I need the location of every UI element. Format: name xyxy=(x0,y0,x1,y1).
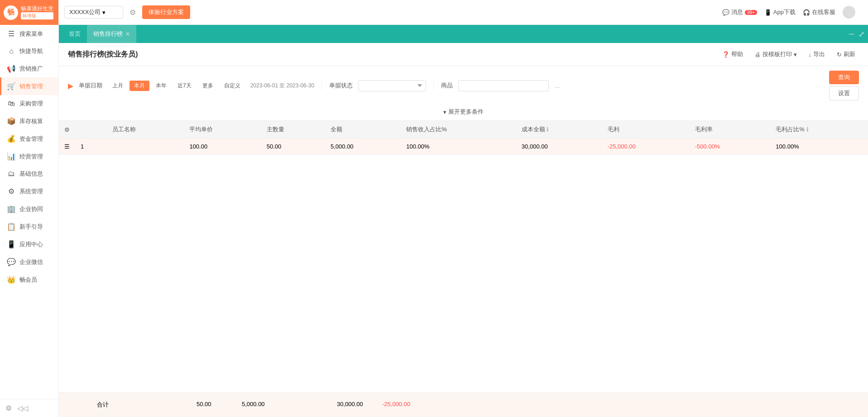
sidebar-logo: 畅 畅康通好生意 标准版 xyxy=(0,0,58,25)
row-gross: -25,000.00 xyxy=(602,139,690,155)
logo-icon: 畅 xyxy=(4,5,18,20)
grosspct-info-icon[interactable]: ℹ xyxy=(806,126,809,133)
sidebar-icon-guide: 📋 xyxy=(7,222,16,231)
date-this-month-btn[interactable]: 本月 xyxy=(129,81,149,91)
cost-info-icon[interactable]: ℹ xyxy=(547,126,549,133)
row-settings-cell[interactable]: ☰ xyxy=(59,139,75,155)
collapse-icon[interactable]: ◁◁ xyxy=(17,404,28,412)
footer-gross: -25,000.00 xyxy=(377,397,422,412)
row-cost: 30,000.00 xyxy=(516,139,602,155)
tab-sales-rank-label: 销售排行榜 xyxy=(93,30,123,38)
chevron-down-icon: ▾ xyxy=(102,9,106,16)
sidebar: 畅 畅康通好生意 标准版 ☰ 搜索菜单 ⌂ 快捷导航 📢 营销推广 🛒 销售管理… xyxy=(0,0,59,417)
date-custom-btn[interactable]: 自定义 xyxy=(220,81,245,91)
sidebar-icon-purchase: 🛍 xyxy=(7,100,16,108)
settings-button[interactable]: 设置 xyxy=(829,86,859,101)
app-download-button[interactable]: 📱 App下载 xyxy=(764,8,796,16)
sidebar-label-marketing: 营销推广 xyxy=(19,65,43,73)
date-label: 单据日期 xyxy=(79,81,102,90)
message-button[interactable]: 💬 消息 99+ xyxy=(722,8,757,16)
col-grosspct-header: 毛利占比% ℹ xyxy=(770,121,868,139)
query-button[interactable]: 查询 xyxy=(829,71,859,84)
online-service-button[interactable]: 🎧 在线客服 xyxy=(803,8,835,16)
date-last-month-btn[interactable]: 上月 xyxy=(108,81,128,91)
filter-bar: ▶ 单据日期 上月 本月 本年 近7天 更多 自定义 2023-06-01 至 … xyxy=(59,66,868,121)
sidebar-item-system[interactable]: ⚙ 系统管理 xyxy=(0,182,58,200)
sidebar-item-marketing[interactable]: 📢 营销推广 xyxy=(0,60,58,77)
tab-home[interactable]: 首页 xyxy=(62,25,87,43)
footer-grossrate xyxy=(422,397,467,412)
sidebar-item-member[interactable]: 👑 畅会员 xyxy=(0,271,58,288)
status-select[interactable] xyxy=(358,80,426,91)
filter-arrow-icon[interactable]: ▶ xyxy=(68,81,73,90)
help-button[interactable]: ❓ 帮助 xyxy=(719,48,747,60)
date-more-btn[interactable]: 更多 xyxy=(198,81,218,91)
sidebar-item-inventory[interactable]: 📦 库存核算 xyxy=(0,112,58,130)
col-avgprice-header: 平均单价 xyxy=(184,121,261,139)
tab-close-icon[interactable]: ✕ xyxy=(125,31,130,37)
trial-button[interactable]: 体验行业方案 xyxy=(142,5,190,19)
row-qty: 50.00 xyxy=(261,139,325,155)
sidebar-icon-member: 👑 xyxy=(7,275,16,284)
sidebar-label-finance: 资金管理 xyxy=(19,135,43,143)
table-header-row: ⚙ 员工名称 平均单价 主数量 全额 销售收入占比% 成本全额 ℹ 毛利 毛利率… xyxy=(59,121,868,139)
sidebar-item-apps[interactable]: 📱 应用中心 xyxy=(0,235,58,253)
print-chevron-icon: ▾ xyxy=(794,51,797,58)
date-7days-btn[interactable]: 近7天 xyxy=(173,81,196,91)
sidebar-label-basic: 基础信息 xyxy=(19,170,43,178)
row-grossrate: -500.00% xyxy=(690,139,771,155)
sidebar-item-purchase[interactable]: 🛍 采购管理 xyxy=(0,95,58,112)
sidebar-icon-marketing: 📢 xyxy=(7,64,16,73)
sidebar-label-purchase: 采购管理 xyxy=(19,100,43,108)
row-grosspct: 100.00% xyxy=(770,139,868,155)
export-button[interactable]: ↓ 导出 xyxy=(805,48,829,60)
goods-more-icon[interactable]: … xyxy=(554,82,560,89)
divider-2 xyxy=(433,81,434,90)
sidebar-icon-wechat: 💬 xyxy=(7,258,16,266)
sidebar-icon-enterprise: 🏢 xyxy=(7,205,16,213)
logo-text: 畅康通好生意 标准版 xyxy=(21,5,53,20)
table-footer: 合计 50.00 5,000.00 30,000.00 -25,000.00 xyxy=(59,392,868,417)
col-settings-header[interactable]: ⚙ xyxy=(59,121,75,139)
gear-icon[interactable]: ⚙ xyxy=(128,6,138,19)
footer-settings-cell xyxy=(64,397,78,412)
settings-bottom-icon[interactable]: ⚙ xyxy=(5,404,12,412)
filter-btn-group: 查询 设置 xyxy=(829,71,859,101)
sidebar-label-sales: 销售管理 xyxy=(19,82,43,91)
sidebar-item-quick-nav[interactable]: ⌂ 快捷导航 xyxy=(0,43,58,60)
col-gross-header: 毛利 xyxy=(602,121,690,139)
sidebar-item-basic[interactable]: 🗂 基础信息 xyxy=(0,165,58,182)
goods-label: 商品 xyxy=(441,81,453,90)
refresh-button[interactable]: ↻ 刷新 xyxy=(833,48,859,60)
filter-row-1: ▶ 单据日期 上月 本月 本年 近7天 更多 自定义 2023-06-01 至 … xyxy=(68,71,859,101)
date-this-year-btn[interactable]: 本年 xyxy=(151,81,171,91)
sidebar-item-sales[interactable]: 🛒 销售管理 xyxy=(0,77,58,95)
tab-actions: ─ ⤢ xyxy=(849,30,864,38)
data-table: ⚙ 员工名称 平均单价 主数量 全额 销售收入占比% 成本全额 ℹ 毛利 毛利率… xyxy=(59,121,868,155)
sidebar-label-enterprise: 企业协同 xyxy=(19,205,43,213)
sidebar-item-finance[interactable]: 💰 资金管理 xyxy=(0,130,58,148)
sidebar-item-wechat[interactable]: 💬 企业微信 xyxy=(0,253,58,271)
refresh-icon: ↻ xyxy=(837,51,842,58)
expand-more-btn[interactable]: ▾ 展开更多条件 xyxy=(443,108,484,116)
avatar[interactable] xyxy=(843,6,855,19)
help-icon: ❓ xyxy=(722,51,729,58)
tab-sales-rank[interactable]: 销售排行榜 ✕ xyxy=(87,25,136,43)
footer-cost: 30,000.00 xyxy=(331,397,377,412)
sidebar-label-member: 畅会员 xyxy=(19,276,37,284)
print-button[interactable]: 🖨 按模板打印 ▾ xyxy=(751,48,801,60)
sidebar-item-search-order[interactable]: ☰ 搜索菜单 xyxy=(0,25,58,43)
content-body: 销售排行榜(按业务员) ❓ 帮助 🖨 按模板打印 ▾ ↓ 导出 ↻ 刷新 xyxy=(59,43,868,417)
topbar: XXXXX公司 ▾ ⚙ 体验行业方案 💬 消息 99+ 📱 App下载 🎧 在线… xyxy=(59,0,868,25)
sidebar-icon-operations: 📊 xyxy=(7,152,16,161)
goods-input[interactable] xyxy=(458,80,549,91)
sidebar-item-operations[interactable]: 📊 经营管理 xyxy=(0,148,58,165)
company-selector[interactable]: XXXXX公司 ▾ xyxy=(64,6,123,19)
sidebar-item-enterprise[interactable]: 🏢 企业协同 xyxy=(0,200,58,218)
date-btn-group: 上月 本月 本年 近7天 更多 自定义 xyxy=(108,81,245,91)
tab-maximize-icon[interactable]: ⤢ xyxy=(858,30,864,38)
headset-icon: 🎧 xyxy=(803,9,810,16)
tab-minimize-icon[interactable]: ─ xyxy=(849,30,854,38)
sidebar-item-guide[interactable]: 📋 新手引导 xyxy=(0,218,58,235)
col-salespct-header: 销售收入占比% xyxy=(401,121,516,139)
